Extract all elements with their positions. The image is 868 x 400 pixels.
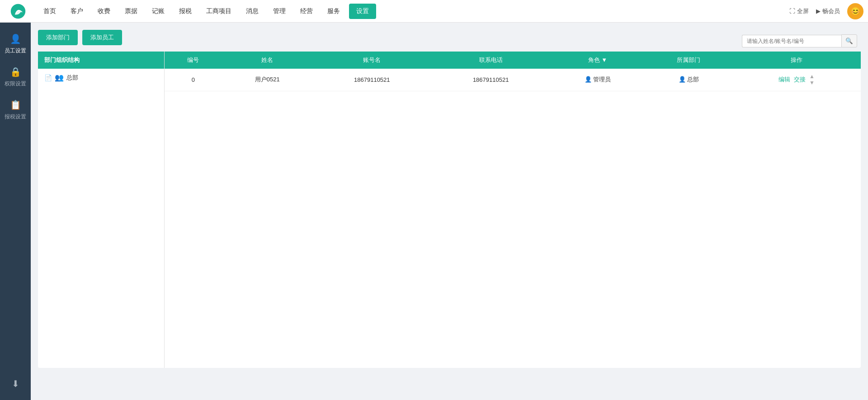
nav-bill[interactable]: 票据 xyxy=(118,0,145,23)
content-area: 部门组织结构 📄 👥 总部 编号 姓名 账号名 联系电话 角色 ▼ 所属部门 xyxy=(38,52,861,368)
nav-service[interactable]: 服务 xyxy=(320,0,347,23)
tree-item-general[interactable]: 📄 👥 总部 xyxy=(38,69,164,86)
th-department: 所属部门 xyxy=(645,52,732,69)
nav-settings[interactable]: 设置 xyxy=(349,4,376,19)
nav-business[interactable]: 工商项目 xyxy=(199,0,239,23)
nav-fee[interactable]: 收费 xyxy=(90,0,118,23)
search-input[interactable] xyxy=(742,35,841,47)
tree-header: 部门组织结构 xyxy=(38,52,164,69)
tree-item-label: 总部 xyxy=(66,74,78,82)
nav-home[interactable]: 首页 xyxy=(36,0,63,23)
employee-icon: 👤 xyxy=(9,33,22,45)
sidebar-label-employee: 员工设置 xyxy=(5,47,26,55)
member-icon: ▶ xyxy=(816,8,821,14)
role-user-icon: 👤 xyxy=(585,76,592,83)
sidebar-label-permission: 权限设置 xyxy=(5,80,26,88)
search-icon: 🔍 xyxy=(845,38,853,44)
dept-user-icon: 👤 xyxy=(679,76,686,83)
avatar-icon: 😊 xyxy=(850,6,860,16)
nav-message[interactable]: 消息 xyxy=(239,0,266,23)
transfer-link[interactable]: 交接 xyxy=(794,75,806,84)
th-id: 编号 xyxy=(165,52,222,69)
th-actions: 操作 xyxy=(732,52,861,69)
table-header-row: 编号 姓名 账号名 联系电话 角色 ▼ 所属部门 操作 xyxy=(165,52,861,69)
nav-operation[interactable]: 经营 xyxy=(293,0,320,23)
taxsetting-icon: 📋 xyxy=(9,99,22,111)
add-employee-button[interactable]: 添加员工 xyxy=(82,30,122,45)
sidebar-item-taxsetting[interactable]: 📋 报税设置 xyxy=(0,93,31,126)
sidebar-item-employee[interactable]: 👤 员工设置 xyxy=(0,27,31,60)
sidebar-bottom-btn[interactable]: ⬇ xyxy=(0,372,31,395)
nav-bookkeeping[interactable]: 记账 xyxy=(145,0,172,23)
scroll-arrows: ▲ ▼ xyxy=(807,73,816,86)
file-icon: 📄 xyxy=(44,74,52,81)
fullscreen-icon: ⛶ xyxy=(789,8,795,14)
nav-manage[interactable]: 管理 xyxy=(266,0,293,23)
search-button[interactable]: 🔍 xyxy=(841,34,857,47)
download-icon: ⬇ xyxy=(9,377,22,390)
tree-panel: 部门组织结构 📄 👥 总部 xyxy=(38,52,165,368)
avatar[interactable]: 😊 xyxy=(847,3,863,19)
main-content: 添加部门 添加员工 🔍 部门组织结构 📄 👥 总部 编号 姓名 xyxy=(31,23,868,400)
left-sidebar: 👤 员工设置 🔒 权限设置 📋 报税设置 ⬇ xyxy=(0,23,31,400)
cell-department: 👤 总部 xyxy=(645,69,732,91)
cell-role: 👤 管理员 xyxy=(550,69,645,91)
nav-right: ⛶ 全屏 ▶ 畅会员 😊 xyxy=(789,3,863,19)
cell-actions: 编辑 交接 ▲ ▼ xyxy=(732,69,861,91)
search-bar: 🔍 xyxy=(742,34,857,47)
scroll-down-arrow[interactable]: ▼ xyxy=(809,80,815,86)
cell-account: 18679110521 xyxy=(312,69,431,91)
nav-customer[interactable]: 客户 xyxy=(63,0,90,23)
employee-table: 编号 姓名 账号名 联系电话 角色 ▼ 所属部门 操作 0 用户0521 186… xyxy=(165,52,861,91)
top-navbar: 首页 客户 收费 票据 记账 报税 工商项目 消息 管理 经营 服务 设置 ⛶ … xyxy=(0,0,868,23)
permission-icon: 🔒 xyxy=(9,66,22,78)
sidebar-item-permission[interactable]: 🔒 权限设置 xyxy=(0,60,31,93)
table-panel: 编号 姓名 账号名 联系电话 角色 ▼ 所属部门 操作 0 用户0521 186… xyxy=(165,52,861,368)
sidebar-label-taxsetting: 报税设置 xyxy=(5,113,26,121)
cell-name: 用户0521 xyxy=(222,69,312,91)
cell-phone: 18679110521 xyxy=(431,69,550,91)
member-btn[interactable]: ▶ 畅会员 xyxy=(816,7,840,15)
th-name: 姓名 xyxy=(222,52,312,69)
th-account: 账号名 xyxy=(312,52,431,69)
edit-link[interactable]: 编辑 xyxy=(778,75,790,84)
fullscreen-btn[interactable]: ⛶ 全屏 xyxy=(789,7,809,15)
nav-tax[interactable]: 报税 xyxy=(172,0,199,23)
fullscreen-label: 全屏 xyxy=(797,7,809,15)
nav-items: 首页 客户 收费 票据 记账 报税 工商项目 消息 管理 经营 服务 设置 xyxy=(36,0,789,23)
scroll-up-arrow[interactable]: ▲ xyxy=(809,73,815,80)
member-label: 畅会员 xyxy=(822,7,840,15)
th-phone: 联系电话 xyxy=(431,52,550,69)
table-row: 0 用户0521 18679110521 18679110521 👤 管理员 👤… xyxy=(165,69,861,91)
logo xyxy=(5,3,32,19)
th-role[interactable]: 角色 ▼ xyxy=(550,52,645,69)
dept-user-icon: 👥 xyxy=(55,73,64,82)
add-department-button[interactable]: 添加部门 xyxy=(38,30,78,45)
action-bar: 添加部门 添加员工 xyxy=(38,30,861,45)
cell-id: 0 xyxy=(165,69,222,91)
